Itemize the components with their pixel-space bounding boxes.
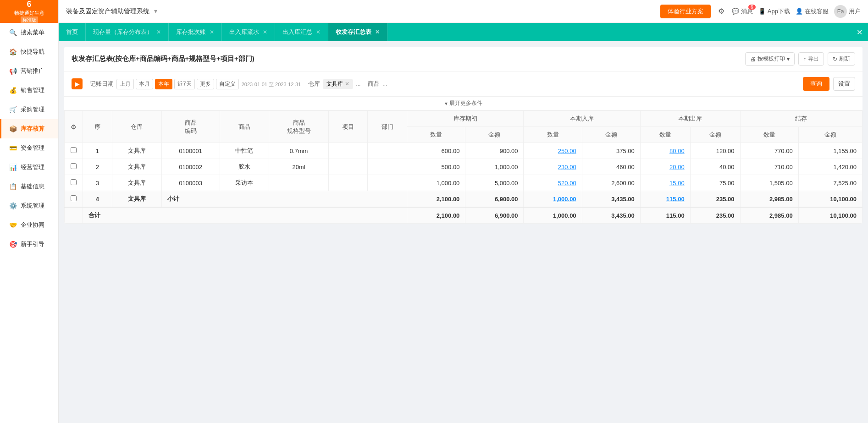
message-badge: 6 [748, 5, 756, 10]
print-template-label: 按模板打印 [757, 55, 785, 63]
export-button[interactable]: ↑ 导出 [798, 52, 824, 66]
total-row: 合计 2,100.00 6,900.00 1,000.00 3,435.00 1… [65, 207, 862, 224]
product-more[interactable]: ... [382, 81, 387, 87]
print-template-button[interactable]: 🖨 按模板打印 ▾ [745, 52, 795, 66]
logo-number: 6 [27, 0, 31, 9]
tab-close-in-out-flow[interactable]: ✕ [263, 29, 267, 35]
row-department [368, 143, 407, 159]
refresh-button[interactable]: ↻ 刷新 [828, 52, 855, 66]
date-btn-本年[interactable]: 本年 [155, 79, 172, 89]
th-balance-group: 结存 [740, 111, 862, 127]
app-download-item[interactable]: 📱 App下载 [758, 7, 790, 16]
subtotal-row: 4 文具库 小计 2,100.00 6,900.00 1,000.00 3,43… [65, 191, 862, 208]
sidebar-item-sales[interactable]: 💰 销售管理 [0, 81, 58, 100]
warehouse-remove-icon[interactable]: ✕ [345, 81, 349, 87]
total-balance-amt: 10,100.00 [798, 207, 862, 224]
refresh-icon: ↻ [833, 56, 837, 62]
tab-inventory-dist[interactable]: 现存量（库存分布表）✕ [86, 23, 169, 41]
subtotal-check-input[interactable] [71, 195, 77, 201]
date-btn-近7天[interactable]: 近7天 [174, 79, 195, 89]
row-check-input[interactable] [71, 163, 77, 169]
sidebar-item-enterprise[interactable]: 🤝 企业协同 [0, 215, 58, 235]
sidebar-item-newbie[interactable]: 🎯 新手引导 [0, 235, 58, 254]
row-project [328, 159, 368, 175]
row-in-amt: 375.00 [582, 143, 640, 159]
trial-button[interactable]: 体验行业方案 [660, 5, 711, 18]
row-in-qty[interactable]: 250.00 [524, 143, 582, 159]
sidebar-item-finance[interactable]: 💳 资金管理 [0, 138, 58, 158]
sidebar-item-system[interactable]: ⚙️ 系统管理 [0, 196, 58, 215]
nav-icon-inventory: 📦 [9, 125, 17, 132]
sidebar-item-search[interactable]: 🔍 搜索菜单 [0, 23, 58, 42]
warehouse-more[interactable]: ... [356, 81, 360, 87]
row-warehouse: 文具库 [112, 143, 161, 159]
user-item[interactable]: Ea 用户 [834, 5, 861, 18]
tab-receipt-summary[interactable]: 收发存汇总表✕ [328, 23, 387, 41]
filter-settings-button[interactable]: 设置 [833, 77, 855, 91]
subtotal-opening-qty: 2,100.00 [407, 191, 465, 208]
tab-close-in-out-summary[interactable]: ✕ [316, 29, 321, 35]
row-project [328, 143, 368, 159]
row-in-qty[interactable]: 520.00 [524, 175, 582, 191]
sidebar-item-quick-nav[interactable]: 🏠 快捷导航 [0, 42, 58, 61]
sidebar-item-operations[interactable]: 📊 经营管理 [0, 158, 58, 177]
row-opening-amt: 900.00 [465, 143, 524, 159]
tab-close-inventory-dist[interactable]: ✕ [156, 29, 161, 35]
row-out-qty[interactable]: 80.00 [640, 143, 690, 159]
row-in-qty[interactable]: 230.00 [524, 159, 582, 175]
query-button[interactable]: 查询 [803, 77, 829, 91]
sidebar-item-inventory[interactable]: 📦 库存核算 [0, 119, 58, 138]
sidebar-item-marketing[interactable]: 📢 营销推广 [0, 61, 58, 81]
subtotal-out-qty[interactable]: 115.00 [640, 191, 690, 208]
row-checkbox[interactable] [65, 159, 83, 175]
warehouse-filter-label: 仓库 [308, 80, 320, 88]
row-check-input[interactable] [71, 179, 77, 185]
table-gear-icon[interactable]: ⚙ [71, 123, 77, 131]
expand-more-button[interactable]: ▾ 展开更多条件 [445, 99, 482, 107]
date-btn-本月[interactable]: 本月 [136, 79, 153, 89]
subtotal-in-qty[interactable]: 1,000.00 [524, 191, 582, 208]
nav-label-purchase: 采购管理 [21, 105, 44, 114]
row-out-qty[interactable]: 15.00 [640, 175, 690, 191]
row-out-qty[interactable]: 20.00 [640, 159, 690, 175]
online-service-item[interactable]: 👤 在线客服 [796, 7, 829, 16]
th-opening-qty: 数量 [407, 127, 465, 143]
row-check-input[interactable] [71, 147, 77, 153]
tab-batch-account[interactable]: 库存批次账✕ [169, 23, 222, 41]
sidebar-item-purchase[interactable]: 🛒 采购管理 [0, 100, 58, 119]
tab-home[interactable]: 首页 [59, 23, 86, 41]
row-no: 2 [83, 159, 112, 175]
tab-in-out-flow[interactable]: 出入库流水✕ [222, 23, 275, 41]
tab-close-receipt-summary[interactable]: ✕ [375, 29, 380, 35]
dropdown-icon[interactable]: ▾ [154, 7, 157, 15]
phone-icon: 📱 [758, 8, 766, 15]
date-btn-自定义[interactable]: 自定义 [216, 79, 239, 89]
sidebar-item-base-info[interactable]: 📋 基础信息 [0, 177, 58, 196]
row-balance-qty: 770.00 [740, 143, 798, 159]
nav-label-operations: 经营管理 [21, 163, 44, 171]
close-all-tabs[interactable]: ✕ [857, 28, 868, 37]
th-opening-group: 库存期初 [407, 111, 524, 127]
tab-in-out-summary[interactable]: 出入库汇总✕ [275, 23, 328, 41]
system-title-area: 装备及固定资产辅助管理系统 ▾ [66, 7, 653, 16]
product-filter-group: 商品 ... [368, 80, 387, 88]
table-settings-col: ⚙ [65, 111, 83, 143]
sidebar-nav: 🔍 搜索菜单 🏠 快捷导航 📢 营销推广 💰 销售管理 🛒 采购管理 📦 库存核… [0, 23, 58, 423]
settings-icon[interactable]: ⚙ [718, 7, 724, 16]
date-btn-更多[interactable]: 更多 [197, 79, 214, 89]
tab-close-batch-account[interactable]: ✕ [210, 29, 214, 35]
tab-label-in-out-summary: 出入库汇总 [282, 28, 312, 36]
row-checkbox[interactable] [65, 143, 83, 159]
refresh-label: 刷新 [839, 55, 850, 63]
th-out-group: 本期出库 [640, 111, 740, 127]
subtotal-checkbox[interactable] [65, 191, 83, 208]
message-icon-item[interactable]: 💬 6 消息 [732, 7, 753, 16]
service-icon: 👤 [796, 8, 803, 15]
app-download-label: App下载 [768, 7, 790, 16]
row-checkbox[interactable] [65, 175, 83, 191]
table-row: 3 文具库 0100003 采访本 1,000.00 5,000.00 520.… [65, 175, 862, 191]
row-balance-qty: 1,505.00 [740, 175, 798, 191]
row-product-spec [269, 175, 328, 191]
filter-toggle-button[interactable]: ▶ [72, 78, 83, 89]
date-btn-上月[interactable]: 上月 [116, 79, 134, 89]
